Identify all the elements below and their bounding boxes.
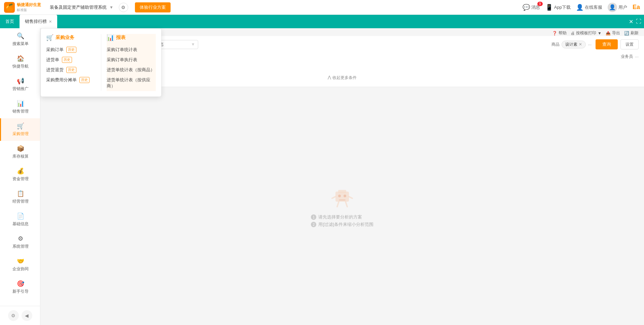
- dropdown-item-purchase-expense[interactable]: 采购费用分摊单 历史: [46, 75, 96, 85]
- export-icon: 📤: [606, 31, 611, 36]
- dropdown-item-receipt-stats-goods[interactable]: 进货单统计表（按商品）: [107, 65, 156, 75]
- sales-icon: 📊: [17, 100, 24, 107]
- ea-label: Ea: [633, 4, 640, 11]
- refresh-icon: 🔄: [624, 31, 629, 36]
- messages-button[interactable]: 💬 消息 9: [523, 4, 540, 11]
- guide-icon: 🎯: [17, 280, 24, 287]
- sidebar-item-inventory[interactable]: 📦 库存核算: [0, 141, 40, 163]
- logo-icon: 🍊: [4, 2, 15, 13]
- system-icon: ⚙: [18, 235, 23, 242]
- sidebar-item-enterprise[interactable]: 🤝 企业协同: [0, 253, 40, 276]
- enterprise-icon: 🤝: [17, 257, 24, 265]
- dropdown-divider: [101, 34, 101, 91]
- help-icon: ❓: [552, 31, 557, 36]
- purchase-col-icon: 🛒: [46, 34, 53, 41]
- svg-rect-1: [338, 190, 346, 193]
- dropdown-item-goods-receipt[interactable]: 进货单 历史: [46, 55, 96, 65]
- goods-tag: 设计素 ✕: [562, 41, 586, 48]
- tip-num-1: 1: [311, 214, 316, 220]
- header-right: 💬 消息 9 📱 App下载 👤 在线客服 👤 用户 Ea: [523, 3, 640, 12]
- collapse-sidebar-button[interactable]: ◀: [22, 310, 32, 321]
- purchase-icon: 🛒: [17, 122, 24, 130]
- sidebar-item-system[interactable]: ⚙ 系统管理: [0, 231, 40, 253]
- dropdown-col-purchase: 🛒 采购业务 采购订单 历史 进货单 历史 进货退货 历史 采购费用分摊单 历史: [46, 34, 96, 91]
- setting-button[interactable]: 设置: [620, 39, 639, 49]
- tab-fullscreen-icon[interactable]: ⛶: [636, 18, 641, 25]
- bill-status-arrow-icon: ▼: [191, 42, 195, 47]
- dropdown-item-po-stats[interactable]: 采购订单统计表: [107, 45, 156, 55]
- empty-icon: [329, 183, 356, 210]
- sidebar-item-guide[interactable]: 🎯 新手引导: [0, 276, 40, 298]
- empty-state: 1 请先选择要分析的方案 2 用[过滤]条件来缩小分析范围: [40, 87, 644, 325]
- sidebar-item-sales[interactable]: 📊 销售管理: [0, 96, 40, 118]
- salesperson-label: 业务员: [621, 54, 633, 59]
- help-button[interactable]: ❓ 帮助: [552, 30, 567, 36]
- tab-close-all-icon[interactable]: ✕: [629, 18, 633, 25]
- export-button[interactable]: 📤 导出: [606, 30, 620, 36]
- system-title-arrow[interactable]: ▼: [109, 5, 113, 10]
- online-service-button[interactable]: 👤 在线客服: [576, 4, 602, 11]
- svg-point-2: [338, 195, 341, 197]
- svg-rect-4: [339, 199, 346, 201]
- goods-label: 商品: [551, 42, 560, 47]
- user-menu-button[interactable]: 👤 用户: [608, 3, 627, 12]
- empty-tip-2: 2 用[过滤]条件来缩小分析范围: [311, 221, 373, 228]
- print-icon: 🖨: [571, 31, 575, 36]
- svg-line-6: [349, 197, 352, 198]
- collapse-up-icon: ⋀: [328, 75, 331, 81]
- tip-num-2: 2: [311, 222, 316, 227]
- dropdown-item-purchase-order[interactable]: 采购订单 历史: [46, 45, 96, 55]
- home-icon: 🏠: [17, 55, 24, 62]
- top-header: 🍊 畅捷通好生意 标准版 装备及固定资产辅助管理系统 ▼ ⚙ 体验行业方案 💬 …: [0, 0, 644, 15]
- dropdown-columns: 🛒 采购业务 采购订单 历史 进货单 历史 进货退货 历史 采购费用分摊单 历史: [46, 34, 156, 91]
- industry-button[interactable]: 体验行业方案: [135, 2, 171, 12]
- sidebar-item-search[interactable]: 🔍 搜索菜单: [0, 28, 40, 51]
- system-title-area: 装备及固定资产辅助管理系统 ▼ ⚙ 体验行业方案: [44, 2, 171, 12]
- basic-icon: 📄: [17, 212, 24, 220]
- sidebar-item-purchase[interactable]: 🛒 采购管理: [0, 118, 40, 141]
- avatar: 👤: [608, 3, 617, 12]
- sidebar-item-marketing[interactable]: 📢 营销推广: [0, 73, 40, 96]
- salesperson-more-icon[interactable]: ···: [635, 54, 639, 59]
- goods-tag-remove-icon[interactable]: ✕: [579, 42, 582, 47]
- dropdown-col-report-title: 📊 报表: [107, 34, 156, 41]
- finance-icon: 💰: [17, 167, 24, 175]
- sidebar-item-quick[interactable]: 🏠 快捷导航: [0, 51, 40, 73]
- sidebar-item-finance[interactable]: 💰 资金管理: [0, 163, 40, 186]
- tab-home[interactable]: 首页: [0, 15, 20, 28]
- sidebar-bottom: ⚙ ◀: [0, 306, 40, 325]
- tab-bar-controls: ✕ ⛶: [629, 18, 644, 25]
- dropdown-col-report: 📊 报表 采购订单统计表 采购订单执行表 进货单统计表（按商品） 进货单统计表（…: [107, 34, 156, 91]
- svg-point-3: [344, 195, 346, 197]
- logo-area: 🍊 畅捷通好生意 标准版: [4, 2, 44, 13]
- inventory-icon: 📦: [17, 145, 24, 152]
- dropdown-col-purchase-title: 🛒 采购业务: [46, 34, 96, 41]
- empty-tip-1: 1 请先选择要分析的方案: [311, 214, 373, 220]
- query-button[interactable]: 查询: [596, 39, 618, 49]
- tab-bar: 首页 销售排行榜 ✕ ✕ ⛶: [0, 15, 644, 28]
- svg-line-5: [332, 197, 335, 198]
- dropdown-item-po-exec[interactable]: 采购订单执行表: [107, 55, 156, 65]
- svg-line-8: [346, 202, 347, 207]
- settings-bottom-button[interactable]: ⚙: [8, 310, 19, 321]
- goods-more-icon[interactable]: ···: [588, 42, 592, 47]
- search-icon: 🔍: [17, 32, 24, 40]
- dropdown-item-receipt-stats-supplier[interactable]: 进货单统计表（按供应商）: [107, 75, 156, 91]
- tab-sales-ranking[interactable]: 销售排行榜 ✕: [20, 15, 57, 28]
- logo-text: 畅捷通好生意 标准版: [17, 2, 41, 12]
- svg-line-7: [337, 202, 339, 207]
- report-col-icon: 📊: [107, 34, 114, 41]
- operation-icon: 📋: [17, 190, 24, 197]
- tab-close-icon[interactable]: ✕: [49, 19, 52, 24]
- sidebar: 🔍 搜索菜单 🏠 快捷导航 📢 营销推广 📊 销售管理 🛒 采购管理 📦 库存核…: [0, 28, 40, 325]
- dropdown-item-goods-return[interactable]: 进货退货 历史: [46, 65, 96, 75]
- purchase-dropdown-menu: 🛒 采购业务 采购订单 历史 进货单 历史 进货退货 历史 采购费用分摊单 历史: [40, 28, 162, 97]
- sidebar-item-basic[interactable]: 📄 基础信息: [0, 208, 40, 231]
- app-download-button[interactable]: 📱 App下载: [545, 4, 571, 11]
- print-button[interactable]: 🖨 按模板打印 ▼: [571, 30, 602, 36]
- gear-button[interactable]: ⚙: [119, 3, 128, 12]
- sidebar-item-operation[interactable]: 📋 经营管理: [0, 186, 40, 208]
- empty-tips: 1 请先选择要分析的方案 2 用[过滤]条件来缩小分析范围: [311, 214, 373, 229]
- print-arrow-icon: ▼: [598, 31, 602, 36]
- refresh-button[interactable]: 🔄 刷新: [624, 30, 639, 36]
